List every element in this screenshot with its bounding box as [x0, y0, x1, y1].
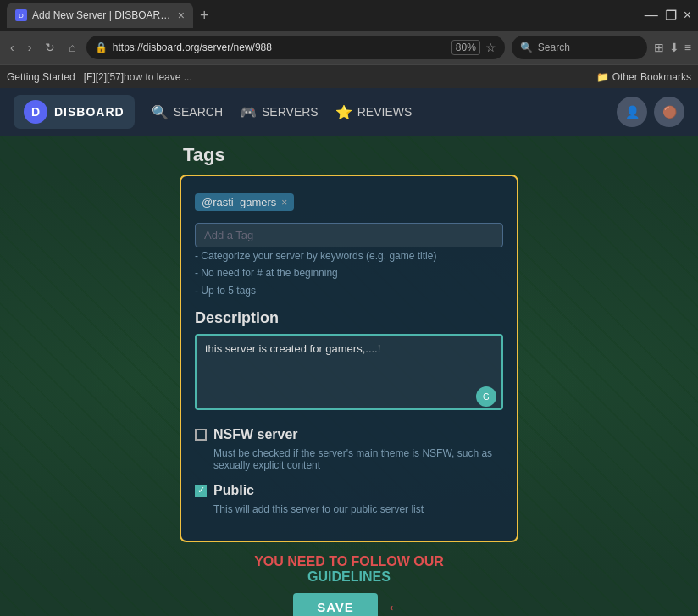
nav-search[interactable]: 🔍 SEARCH	[152, 104, 223, 120]
description-textarea-wrapper: this server is created for gamers,....! …	[195, 334, 503, 413]
tag-hint-3: - Up to 5 tags	[195, 282, 503, 299]
window-controls: — ❐ ×	[645, 8, 691, 24]
address-bar: ‹ › ↻ ⌂ 🔒 https://disboard.org/server/ne…	[0, 31, 698, 64]
tags-section-title: Tags	[180, 144, 518, 166]
form-container: Tags @rasti_gamers × - Categorize your s…	[180, 144, 518, 616]
nsfw-hint: Must be checked if the server's main the…	[195, 447, 503, 471]
minimize-button[interactable]: —	[645, 8, 658, 23]
forward-button[interactable]: ›	[25, 37, 36, 58]
grammarly-button[interactable]: G	[476, 386, 496, 407]
save-button[interactable]: SAVE	[293, 593, 378, 616]
browser-toolbar-icons: ⊞ ⬇ ≡	[654, 41, 691, 54]
tab-close-button[interactable]: ×	[178, 8, 185, 22]
tab-bar: D Add New Server | DISBOARD: D... × + — …	[0, 0, 698, 31]
nav-servers[interactable]: 🎮 SERVERS	[240, 104, 319, 120]
nsfw-checkbox[interactable]	[195, 429, 207, 441]
folder-icon: 📁	[596, 71, 609, 83]
logo-icon: D	[24, 100, 47, 124]
public-checkbox-row: Public	[195, 483, 503, 498]
nav-right-section: 👤 🟤	[617, 97, 684, 127]
servers-nav-label: SERVERS	[262, 105, 319, 119]
url-text: https://disboard.org/server/new/988	[113, 42, 446, 53]
guidelines-link[interactable]: GUIDELINES	[180, 569, 518, 585]
disboard-logo[interactable]: D DISBOARD	[14, 95, 135, 129]
nsfw-label: NSFW server	[213, 427, 298, 442]
tags-input-area: @rasti_gamers ×	[195, 190, 503, 214]
description-section-title: Description	[195, 309, 503, 327]
bookmark-how-to-leave[interactable]: [F][2][57]how to leave ...	[84, 71, 192, 83]
reviews-nav-label: REVIEWS	[357, 105, 413, 119]
new-tab-button[interactable]: +	[197, 7, 213, 25]
tag-chip-rasti-gamers: @rasti_gamers ×	[195, 193, 294, 211]
search-nav-label: SEARCH	[174, 105, 223, 119]
description-textarea[interactable]: this server is created for gamers,....!	[195, 334, 503, 410]
url-bar[interactable]: 🔒 https://disboard.org/server/new/988 80…	[86, 36, 505, 59]
bookmarks-bar: Getting Started [F][2][57]how to leave .…	[0, 64, 698, 88]
arrow-indicator: ←	[386, 597, 405, 616]
tab-favicon: D	[15, 9, 27, 21]
public-hint: This will add this server to our public …	[195, 503, 503, 515]
tag-input-field[interactable]	[195, 223, 503, 247]
home-button[interactable]: ⌂	[65, 37, 79, 58]
downloads-icon[interactable]: ⬇	[669, 41, 679, 54]
reload-button[interactable]: ↻	[42, 37, 58, 58]
bookmark-star-icon[interactable]: ☆	[485, 41, 496, 54]
tab-title: Add New Server | DISBOARD: D...	[32, 9, 173, 21]
tag-chip-remove-button[interactable]: ×	[281, 197, 287, 208]
guidelines-line1: YOU NEED TO FOLLOW OUR	[180, 554, 518, 569]
back-button[interactable]: ‹	[7, 37, 18, 58]
active-tab[interactable]: D Add New Server | DISBOARD: D... ×	[7, 3, 193, 28]
tag-hint-2: - No need for # at the beginning	[195, 264, 503, 281]
page-background: Tags @rasti_gamers × - Categorize your s…	[0, 136, 698, 616]
close-window-button[interactable]: ×	[684, 8, 691, 23]
menu-icon[interactable]: ≡	[684, 41, 691, 54]
public-checkbox[interactable]	[195, 485, 207, 497]
nav-reviews[interactable]: ⭐ REVIEWS	[335, 104, 413, 120]
other-bookmarks[interactable]: 📁 Other Bookmarks	[596, 71, 691, 83]
logo-text: DISBOARD	[54, 105, 125, 119]
save-button-row: SAVE ←	[180, 593, 518, 616]
security-icon: 🔒	[95, 42, 108, 53]
zoom-level[interactable]: 80%	[451, 40, 480, 55]
nsfw-checkbox-row: NSFW server	[195, 427, 503, 442]
extensions-icon[interactable]: ⊞	[654, 41, 664, 54]
tag-hint-1: - Categorize your server by keywords (e.…	[195, 247, 503, 264]
browser-search-bar[interactable]: 🔍 Search	[512, 36, 647, 59]
search-nav-icon: 🔍	[152, 104, 169, 120]
browser-search-text: Search	[538, 42, 570, 53]
maximize-button[interactable]: ❐	[665, 8, 677, 24]
guidelines-section: YOU NEED TO FOLLOW OUR GUIDELINES	[180, 554, 518, 585]
user-avatar-1[interactable]: 👤	[617, 97, 647, 127]
disboard-navbar: D DISBOARD 🔍 SEARCH 🎮 SERVERS ⭐ REVIEWS …	[0, 88, 698, 136]
reviews-nav-icon: ⭐	[335, 104, 352, 120]
tag-hints: - Categorize your server by keywords (e.…	[195, 247, 503, 299]
tag-chip-label: @rasti_gamers	[202, 196, 276, 208]
user-avatar-2[interactable]: 🟤	[654, 97, 684, 127]
browser-search-icon: 🔍	[520, 42, 533, 53]
servers-nav-icon: 🎮	[240, 104, 257, 120]
form-box: @rasti_gamers × - Categorize your server…	[180, 175, 518, 542]
public-label: Public	[213, 483, 254, 498]
bookmark-getting-started[interactable]: Getting Started	[7, 71, 75, 83]
